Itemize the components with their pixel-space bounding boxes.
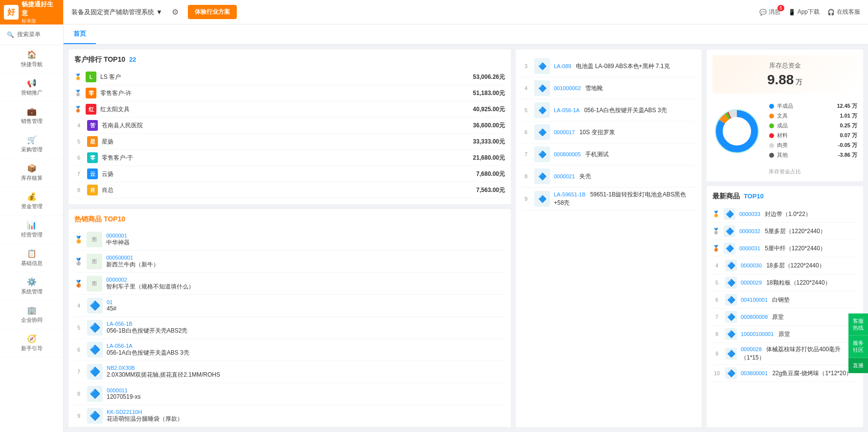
customer-avatar: 星 (87, 136, 98, 147)
sidebar-item-inventory[interactable]: 📦 库存核算 (0, 159, 63, 187)
sidebar-item-operations[interactable]: 📊 经营管理 (0, 216, 63, 244)
main-area: 装备及固定资产辅助管理系统 ▼ ⚙ 体验行业方案 💬 消息 6 📱 App下载 … (64, 0, 868, 432)
customer-amount: 21,680.00元 (473, 154, 505, 162)
tab-home[interactable]: 首页 (64, 24, 96, 44)
gold-medal-icon: 🏅 (74, 236, 83, 243)
new-products-card: 最新商品 TOP10 🏅 🔷 0000033 封边带（1.0*22） 🥈 🔷 0… (707, 186, 863, 427)
system-title-dropdown[interactable]: 装备及固定资产辅助管理系统 ▼ (71, 8, 162, 17)
system-icon: ⚙️ (27, 277, 37, 287)
sidebar-item-enterprise[interactable]: 🏢 企业协同 (0, 301, 63, 329)
customer-name: 红太阳文具 (100, 105, 469, 114)
customer-amount: 33,333.00元 (473, 138, 505, 146)
product-image: 图 (87, 232, 102, 247)
new-product-image: 🔷 (725, 294, 737, 306)
new-product-row: 6 🔷 004100001 白钢垫 (712, 291, 857, 309)
product-code: 000500001 (106, 255, 505, 261)
sidebar-item-home[interactable]: 🏠 快捷导航 (0, 45, 63, 73)
logo-icon: 好 (4, 5, 19, 20)
hot-product-row: 🥈 图 000500001 新西兰牛肉（新牛） (74, 251, 505, 273)
product-image-placeholder: 🔷 (87, 386, 103, 402)
finance-icon: 💰 (27, 192, 37, 201)
hot-product-row: 6 🔷 LA-056-1A 056-1A白色按键开关盖ABS 3壳 (74, 339, 505, 361)
new-product-image: 🔷 (725, 260, 737, 271)
product-info: 01 45# (107, 299, 505, 312)
live-button[interactable]: 直播 (848, 358, 868, 373)
product-image: 图 (87, 276, 102, 291)
legend-label: 成品 (777, 122, 837, 129)
customer-avatar: 零 (86, 88, 96, 98)
product-image-placeholder: 🔷 (534, 146, 550, 162)
product-name: 夹壳 (579, 173, 591, 180)
new-product-code: 0000031 (739, 245, 760, 251)
sidebar-item-system[interactable]: ⚙️ 系统管理 (0, 272, 63, 301)
silver-medal-icon: 🥈 (74, 90, 82, 96)
new-product-row: 10 🔷 003800001 22g鱼豆腐-烧烤味（1*12*20） (712, 365, 857, 382)
message-icon: 💬 (759, 9, 767, 16)
rank-number: 7 (74, 171, 83, 177)
customer-name: 零售客户-许 (100, 89, 469, 97)
product-image-placeholder: 🔷 (534, 168, 550, 184)
messages-button[interactable]: 💬 消息 6 (759, 8, 780, 16)
product-info: NB2.0X30B 2.0X30MM双搓花轴,搓花直径2.1MM/ROHS (107, 365, 505, 379)
customer-name: 零售客户-于 (102, 154, 469, 162)
inventory-chart-area: 半成品 12.45 万 文具 1.01 万 成品 0.25 万 材料 0.07 … (712, 98, 857, 165)
sidebar-item-basic[interactable]: 📋 基础信息 (0, 244, 63, 272)
customer-avatar: 零 (87, 152, 98, 163)
new-product-code: 0000029 (741, 280, 762, 286)
new-product-name: 5厘多层（1220*2440） (765, 228, 826, 235)
inventory-legend: 半成品 12.45 万 文具 1.01 万 成品 0.25 万 材料 0.07 … (769, 102, 857, 161)
service-float: 客服热线 服务社区 直播 (848, 313, 868, 373)
product-info: 000800005 手机测试 (554, 150, 696, 159)
rank-number: 6 (522, 129, 530, 135)
new-product-name: 白钢垫 (772, 296, 790, 303)
mid-product-row: 3 🔷 LA-089 电池盖 LA-089 ABS本色+黑种 7.1克 (522, 55, 696, 77)
customer-service-button[interactable]: 客服热线 (848, 313, 868, 336)
hot-product-row: 9 🔷 KK-SD22110H 花语萌恒温分腿睡袋（厚款） (74, 405, 505, 427)
topbar: 装备及固定资产辅助管理系统 ▼ ⚙ 体验行业方案 💬 消息 6 📱 App下载 … (64, 0, 868, 24)
product-info: 001000002 雪地靴 (554, 84, 696, 93)
new-product-name: 18多层（1220*2440） (766, 262, 824, 269)
new-product-image: 🔷 (724, 208, 735, 220)
basic-icon: 📋 (27, 249, 37, 258)
new-product-info: 0000032 5厘多层（1220*2440） (739, 227, 857, 236)
silver-medal-icon: 🥈 (74, 258, 83, 265)
customer-name: LS 客户 (100, 73, 469, 81)
product-code: LA-056-1A (107, 343, 505, 349)
product-info: LA-089 电池盖 LA-089 ABS本色+黑种 7.1克 (554, 62, 696, 71)
headset-icon: 🎧 (827, 9, 835, 16)
settings-button[interactable]: ⚙ (168, 5, 182, 19)
new-product-row: 9 🔷 0000028 体械荔枝味苏打饮品400毫升（1*15） (712, 343, 857, 365)
hot-product-row: 🏅 图 0000001 中华神器 (74, 229, 505, 251)
new-products-title: 最新商品 TOP10 (712, 192, 857, 201)
service-community-button[interactable]: 服务社区 (848, 336, 868, 358)
mid-product-row: 4 🔷 001000002 雪地靴 (522, 77, 696, 99)
product-code: LA-056-1A (554, 107, 580, 113)
mid-product-row: 6 🔷 0000017 10S 变扭罗浆 (522, 121, 696, 144)
rank-number: 9 (522, 196, 530, 202)
new-product-code: 004100001 (741, 297, 768, 303)
product-image-placeholder: 🔷 (87, 320, 103, 336)
sidebar-item-marketing[interactable]: 📢 营销推广 (0, 73, 63, 102)
customer-amount: 40,925.00元 (473, 105, 505, 114)
online-service-button[interactable]: 🎧 在线客服 (827, 8, 860, 16)
legend-color-dot (769, 143, 774, 148)
new-product-info: 10000100001 原堂 (741, 330, 857, 338)
mid-product-row: 8 🔷 0000021 夹壳 (522, 166, 696, 188)
cta-button[interactable]: 体验行业方案 (188, 5, 237, 19)
sidebar-item-sales[interactable]: 💼 销售管理 (0, 102, 63, 130)
product-name: 056-1A白色按键开关盖ABS 3壳 (584, 107, 667, 114)
search-menu-button[interactable]: 🔍 搜索菜单 (4, 28, 59, 41)
app-download-button[interactable]: 📱 App下载 (788, 8, 820, 16)
sidebar-item-purchase[interactable]: 🛒 采购管理 (0, 130, 63, 159)
right-column: 库存总资金 9.88 万 (707, 49, 863, 427)
messages-badge: 6 (777, 5, 784, 11)
product-name: 智利车子里（规格不知道填什么） (106, 283, 505, 291)
new-product-image: 🔷 (725, 328, 737, 340)
purchase-icon: 🛒 (27, 135, 37, 144)
sidebar-item-guide[interactable]: 🧭 新手引导 (0, 329, 63, 358)
sidebar-item-finance[interactable]: 💰 资金管理 (0, 187, 63, 216)
rank-number: 6 (74, 155, 83, 161)
hot-product-row: 7 🔷 NB2.0X30B 2.0X30MM双搓花轴,搓花直径2.1MM/ROH… (74, 361, 505, 383)
customer-name: 肖总 (102, 186, 472, 194)
customer-avatar: 云 (87, 168, 98, 179)
